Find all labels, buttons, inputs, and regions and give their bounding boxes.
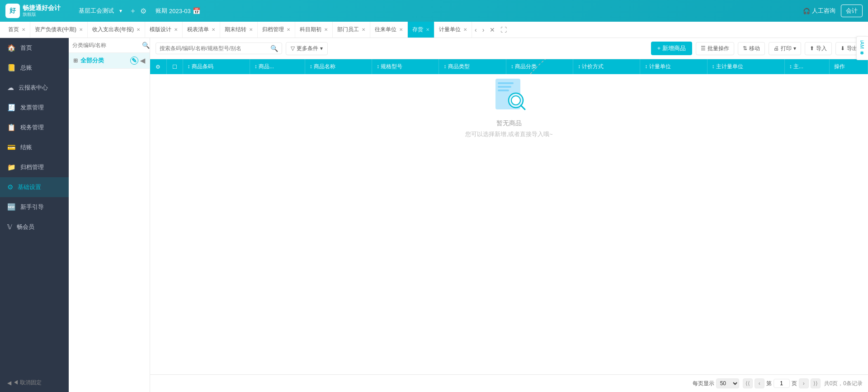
tab-income-close[interactable]: ✕ bbox=[137, 27, 140, 32]
tab-period-transfer[interactable]: 期末结转 ✕ bbox=[220, 22, 258, 38]
archive-icon: 📁 bbox=[7, 163, 16, 171]
th-spec[interactable]: ↕ 规格型号 bbox=[372, 59, 439, 74]
tab-subject-initial[interactable]: 科目期初 ✕ bbox=[295, 22, 333, 38]
th-code[interactable]: ↕ 商品... bbox=[250, 59, 305, 74]
tab-contact[interactable]: 往来单位 ✕ bbox=[370, 22, 408, 38]
product-table: ⚙ ☐ ↕ 商品条码 ↕ 商品... ↕ 商品名称 ↕ 规格型号 ↕ 商品类型 … bbox=[150, 59, 868, 74]
sidebar-item-ledger[interactable]: 📒 总账 bbox=[0, 58, 69, 78]
tab-tax-list[interactable]: 税表清单 ✕ bbox=[183, 22, 220, 38]
page-first-btn[interactable]: ⟨⟨ bbox=[743, 378, 753, 388]
product-search-box: 🔍 bbox=[156, 43, 282, 54]
settlement-icon: 💳 bbox=[7, 143, 16, 151]
tab-tax-list-close[interactable]: ✕ bbox=[212, 27, 215, 32]
print-label: 打印 bbox=[781, 45, 792, 52]
th-main-abbr[interactable]: ↕ 主... bbox=[784, 59, 829, 74]
right-panel: 🔍 ▽ 更多条件 ▾ + 新增商品 ☰ 批量操作 ⇅ bbox=[150, 38, 868, 392]
tab-inventory[interactable]: 存货 ✕ bbox=[408, 22, 434, 38]
sidebar-item-member[interactable]: 𝕍 畅会员 bbox=[0, 217, 69, 237]
tab-unit[interactable]: 计量单位 ✕ bbox=[434, 22, 472, 38]
th-name[interactable]: ↕ 商品名称 bbox=[305, 59, 372, 74]
sidebar-item-archive[interactable]: 📁 归档管理 bbox=[0, 157, 69, 177]
th-unit[interactable]: ↕ 计量单位 bbox=[640, 59, 707, 74]
sidebar-item-settlement[interactable]: 💳 结账 bbox=[0, 137, 69, 157]
tab-archive[interactable]: 归档管理 ✕ bbox=[258, 22, 295, 38]
tab-close-all-icon[interactable]: ✕ bbox=[487, 26, 498, 33]
import-label: 导入 bbox=[816, 45, 827, 52]
account-button[interactable]: 会计 bbox=[841, 5, 863, 17]
tab-unit-label: 计量单位 bbox=[439, 26, 461, 33]
filter-button[interactable]: ▽ 更多条件 ▾ bbox=[286, 42, 328, 55]
guide-icon: 🆕 bbox=[7, 203, 16, 211]
move-label: 移动 bbox=[749, 45, 760, 52]
product-search-icon[interactable]: 🔍 bbox=[270, 45, 278, 52]
sidebar-item-basic-settings[interactable]: ⚙ 基础设置 bbox=[0, 177, 69, 197]
print-button[interactable]: 🖨 打印 ▾ bbox=[769, 42, 801, 55]
tab-template-close[interactable]: ✕ bbox=[174, 27, 178, 32]
tab-contact-close[interactable]: ✕ bbox=[399, 27, 403, 32]
sidebar-item-basic-settings-label: 基础设置 bbox=[18, 183, 41, 191]
svg-rect-3 bbox=[498, 86, 511, 88]
sidebar-item-tax-label: 税务管理 bbox=[20, 123, 44, 132]
tab-department-close[interactable]: ✕ bbox=[362, 27, 365, 32]
import-button[interactable]: ⬆ 导入 bbox=[805, 42, 832, 55]
category-header-actions: ✎ ◀ bbox=[130, 57, 145, 65]
sidebar-item-guide[interactable]: 🆕 新手引导 bbox=[0, 197, 69, 217]
category-collapse-icon[interactable]: ◀ bbox=[140, 57, 145, 64]
tab-inventory-close[interactable]: ✕ bbox=[426, 27, 429, 32]
category-edit-icon[interactable]: ✎ bbox=[130, 57, 138, 65]
sidebar-item-invoice[interactable]: 🧾 发票管理 bbox=[0, 98, 69, 118]
content-area: 🔍 ⊞ 全部分类 ✎ ◀ bbox=[69, 38, 868, 392]
tab-prev-icon[interactable]: ‹ bbox=[472, 26, 480, 33]
tab-archive-close[interactable]: ✕ bbox=[287, 27, 290, 32]
tab-homepage-label: 首页 bbox=[8, 26, 19, 33]
tab-unit-close[interactable]: ✕ bbox=[463, 27, 467, 32]
sidebar-item-archive-label: 归档管理 bbox=[20, 163, 44, 171]
move-button[interactable]: ⇅ 移动 bbox=[738, 42, 765, 55]
add-tab-icon[interactable]: ＋ bbox=[129, 6, 137, 16]
th-checkbox[interactable]: ☐ bbox=[166, 59, 183, 74]
iam-badge[interactable]: iAM ✱ bbox=[856, 36, 868, 60]
product-search-input[interactable] bbox=[160, 45, 269, 52]
per-page-select[interactable]: 50 100 200 bbox=[716, 378, 739, 388]
app-edition: 旗舰版 bbox=[23, 11, 61, 18]
tab-subject-initial-close[interactable]: ✕ bbox=[324, 27, 328, 32]
tab-homepage-close[interactable]: ✕ bbox=[22, 27, 25, 32]
th-gear[interactable]: ⚙ bbox=[150, 59, 166, 74]
member-icon: 𝕍 bbox=[7, 223, 12, 231]
service-button[interactable]: 🎧 人工咨询 bbox=[803, 7, 835, 15]
category-search-input[interactable] bbox=[72, 42, 140, 48]
settings-icon[interactable]: ⚙ bbox=[140, 7, 146, 15]
svg-rect-4 bbox=[498, 90, 509, 91]
th-barcode[interactable]: ↕ 商品条码 bbox=[183, 59, 250, 74]
page-next-btn[interactable]: › bbox=[799, 378, 809, 388]
company-dropdown-icon[interactable]: ▾ bbox=[119, 8, 122, 14]
th-type[interactable]: ↕ 商品类型 bbox=[439, 59, 506, 74]
category-panel: 🔍 ⊞ 全部分类 ✎ ◀ bbox=[69, 38, 150, 392]
category-search-bar: 🔍 bbox=[69, 38, 150, 53]
batch-label: 批量操作 bbox=[708, 45, 729, 52]
page-number-input[interactable] bbox=[774, 379, 790, 388]
tab-template[interactable]: 模版设计 ✕ bbox=[145, 22, 183, 38]
add-product-button[interactable]: + 新增商品 bbox=[651, 42, 692, 55]
page-last-btn[interactable]: ⟩⟩ bbox=[811, 378, 821, 388]
tab-period-transfer-close[interactable]: ✕ bbox=[249, 27, 253, 32]
page-prev-btn[interactable]: ‹ bbox=[755, 378, 764, 388]
th-main-unit[interactable]: ↕ 主计量单位 bbox=[707, 59, 784, 74]
app-logo: 好 bbox=[5, 4, 20, 18]
tab-balance-sheet[interactable]: 资产负债表(中期) ✕ bbox=[30, 22, 88, 38]
sidebar-item-tax[interactable]: 📋 税务管理 bbox=[0, 118, 69, 137]
sidebar-item-home[interactable]: 🏠 首页 bbox=[0, 38, 69, 58]
sidebar-item-cloud-report[interactable]: ☁ 云报表中心 bbox=[0, 78, 69, 98]
tab-balance-sheet-close[interactable]: ✕ bbox=[79, 27, 83, 32]
tab-next-icon[interactable]: › bbox=[480, 26, 487, 33]
batch-operation-button[interactable]: ☰ 批量操作 bbox=[696, 42, 734, 55]
sidebar-collapse-btn[interactable]: ◀ ◀ 取消固定 bbox=[0, 373, 69, 392]
category-all-item[interactable]: ⊞ 全部分类 ✎ ◀ bbox=[69, 53, 150, 69]
sidebar: 🏠 首页 📒 总账 ☁ 云报表中心 🧾 发票管理 📋 税务管理 💳 结账 📁 归… bbox=[0, 38, 69, 392]
tab-income[interactable]: 收入支出表(年报) ✕ bbox=[88, 22, 145, 38]
category-search-icon[interactable]: 🔍 bbox=[142, 42, 150, 49]
tab-homepage[interactable]: 首页 ✕ bbox=[4, 22, 30, 38]
calendar-icon[interactable]: 📅 bbox=[193, 7, 200, 14]
tab-expand-icon[interactable]: ⛶ bbox=[498, 26, 509, 33]
tab-department[interactable]: 部门员工 ✕ bbox=[333, 22, 370, 38]
